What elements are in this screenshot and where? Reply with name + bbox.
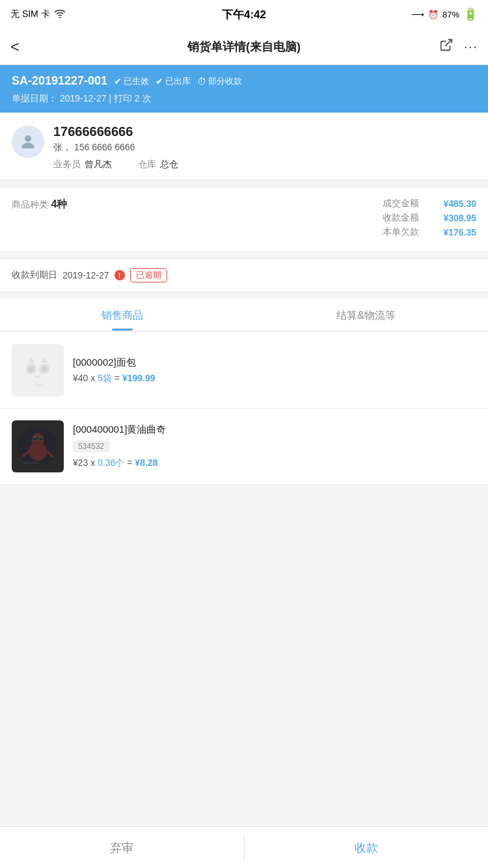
product-image-1: 鸟+ xyxy=(12,344,64,396)
product-tag-2: 534532 xyxy=(73,441,109,452)
more-icon[interactable]: ··· xyxy=(464,38,478,55)
wifi-icon xyxy=(54,8,66,21)
tabs-section: 销售商品 结算&物流等 xyxy=(0,299,488,331)
nav-bar: < 销货单详情(来自电脑) ··· xyxy=(0,29,488,65)
summary-row: 商品种类 4种 成交金额 ¥485.30 收款金额 ¥308.95 本单欠款 ¥… xyxy=(12,198,476,241)
product-item: 鸟+ [0000002]面包 ¥40 x 5袋 = ¥199.99 xyxy=(0,332,488,409)
status-bar-right: ⟶ ⏰ 87% 🔋 xyxy=(411,7,478,21)
print-count: 2 xyxy=(135,93,140,103)
product-info-1: [0000002]面包 ¥40 x 5袋 = ¥199.99 xyxy=(73,357,476,385)
collected-amount-value: ¥308.95 xyxy=(424,213,476,223)
tab-settlement-logistics[interactable]: 结算&物流等 xyxy=(244,299,488,331)
svg-line-1 xyxy=(445,40,452,46)
svg-rect-15 xyxy=(31,437,44,441)
summary-section: 商品种类 4种 成交金额 ¥485.30 收款金额 ¥308.95 本单欠款 ¥… xyxy=(0,187,488,252)
customer-avatar xyxy=(12,126,44,158)
badge-effective: ✔ 已生效 xyxy=(114,75,149,87)
product-kind-value: 4种 xyxy=(51,198,67,210)
overdue-badge: 已逾期 xyxy=(130,268,167,282)
product-kind: 商品种类 4种 xyxy=(12,198,67,211)
debt-amount: 本单欠款 ¥176.35 xyxy=(383,226,476,238)
svg-point-2 xyxy=(25,135,31,142)
back-button[interactable]: < xyxy=(10,35,25,59)
svg-point-5 xyxy=(29,366,34,372)
deal-amount-value: ¥485.30 xyxy=(424,198,476,209)
product-name-1: [0000002]面包 xyxy=(73,357,476,369)
product-info-2: [000400001]黄油曲奇 534532 ¥23 x 0.36个 = ¥8.… xyxy=(73,424,476,469)
tabs: 销售商品 结算&物流等 xyxy=(0,299,488,331)
customer-account-name: 17666666666 xyxy=(53,124,476,139)
customer-meta: 业务员 曾凡杰 仓库 总仓 xyxy=(53,159,476,170)
check-icon-1: ✔ xyxy=(114,76,122,87)
order-id: SA-20191227-001 xyxy=(12,74,107,88)
svg-text:鸟+: 鸟+ xyxy=(34,382,43,388)
product-price-1: ¥40 x 5袋 = ¥199.99 xyxy=(73,373,476,385)
sales-person-value: 曾凡杰 xyxy=(85,159,112,170)
deal-amount: 成交金额 ¥485.30 xyxy=(383,198,476,210)
page-title: 销货单详情(来自电脑) xyxy=(187,39,301,55)
collected-amount: 收款金额 ¥308.95 xyxy=(383,212,476,224)
due-date-section: 收款到期日 2019-12-27 ! 已逾期 xyxy=(0,258,488,292)
amount-summary: 成交金额 ¥485.30 收款金额 ¥308.95 本单欠款 ¥176.35 xyxy=(383,198,476,241)
due-date-value: 2019-12-27 xyxy=(62,270,109,280)
due-date-label: 收款到期日 xyxy=(12,269,57,281)
product-image-2: password xyxy=(12,420,64,472)
product-price-2: ¥23 x 0.36个 = ¥8.28 xyxy=(73,457,476,469)
overdue-exclamation-icon: ! xyxy=(115,270,125,280)
customer-contact: 张， 156 6666 6666 xyxy=(53,142,476,154)
badge-delivered: ✔ 已出库 xyxy=(156,75,191,87)
alarm-icon: ⏰ xyxy=(428,10,439,20)
order-date-row: 单据日期： 2019-12-27 | 打印 2 次 xyxy=(12,93,476,105)
products-section: 鸟+ [0000002]面包 ¥40 x 5袋 = ¥199.99 xyxy=(0,332,488,485)
product-name-2: [000400001]黄油曲奇 xyxy=(73,424,476,436)
status-bar-time: 下午4:42 xyxy=(222,7,266,22)
status-bar: 无 SIM 卡 下午4:42 ⟶ ⏰ 87% 🔋 xyxy=(0,0,488,29)
carrier-label: 无 SIM 卡 xyxy=(10,8,50,20)
order-header-top: SA-20191227-001 ✔ 已生效 ✔ 已出库 ⏱ 部分收款 xyxy=(12,74,476,88)
badge-partial-payment: ⏱ 部分收款 xyxy=(197,75,242,87)
check-icon-2: ✔ xyxy=(156,76,163,87)
svg-point-6 xyxy=(42,366,47,372)
share-icon[interactable] xyxy=(439,38,454,55)
tab-sales-goods[interactable]: 销售商品 xyxy=(0,299,244,331)
warehouse: 仓库 总仓 xyxy=(138,159,178,170)
status-bar-left: 无 SIM 卡 xyxy=(10,8,66,21)
sales-person: 业务员 曾凡杰 xyxy=(53,159,112,170)
clock-icon: ⏱ xyxy=(197,76,206,87)
order-date-value: 2019-12-27 xyxy=(60,93,107,103)
battery-icon: 🔋 xyxy=(463,7,478,21)
customer-section: 17666666666 张， 156 6666 6666 业务员 曾凡杰 仓库 … xyxy=(0,113,488,180)
product-item: password [000400001]黄油曲奇 534532 ¥23 x 0.… xyxy=(0,409,488,485)
customer-info: 17666666666 张， 156 6666 6666 业务员 曾凡杰 仓库 … xyxy=(53,124,476,170)
confirm-payment-button[interactable]: 收款 xyxy=(245,827,489,868)
debt-amount-value: ¥176.35 xyxy=(424,227,476,237)
bottom-bar: 弃审 收款 xyxy=(0,826,488,868)
warehouse-value: 总仓 xyxy=(160,159,178,170)
svg-text:password: password xyxy=(24,461,39,465)
nav-right-actions: ··· xyxy=(439,38,478,55)
battery-label: 87% xyxy=(442,10,459,20)
location-icon: ⟶ xyxy=(411,9,424,20)
cancel-button[interactable]: 弃审 xyxy=(0,827,244,868)
order-header: SA-20191227-001 ✔ 已生效 ✔ 已出库 ⏱ 部分收款 单据日期：… xyxy=(0,65,488,113)
